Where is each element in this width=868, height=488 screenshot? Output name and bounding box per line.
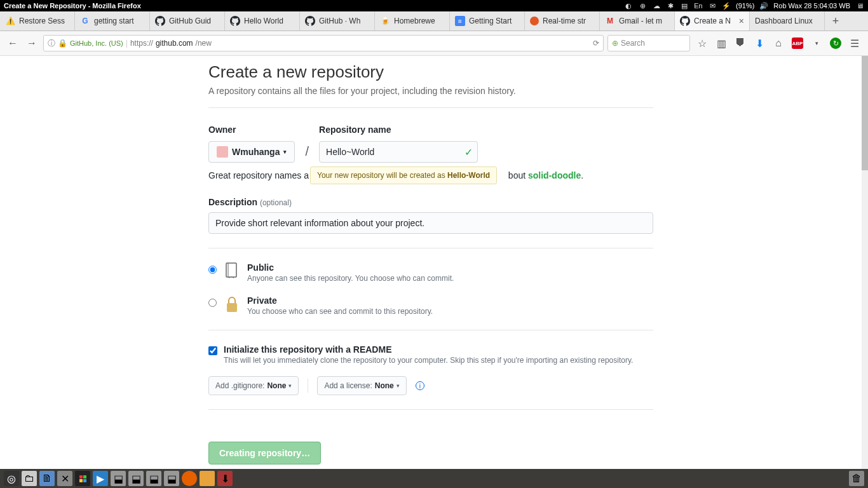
tab-hello-world[interactable]: Hello World [225,11,300,30]
drive-icon[interactable]: ⬓ [128,471,144,486]
drive-icon[interactable]: ⬓ [146,471,161,486]
create-repo-button[interactable]: Creating repository… [208,442,321,464]
info-icon: ⓘ [48,38,55,49]
app-icon[interactable]: ⬇ [217,471,233,486]
tab-label: Create a N [694,17,731,25]
tab-label: GitHub Guid [169,17,211,25]
description-input[interactable] [208,212,653,234]
homebrew-icon: 🍺 [380,16,390,26]
gitignore-value: None [267,381,286,390]
tab-github-guides[interactable]: GitHub Guid [150,11,225,30]
tab-create-repo[interactable]: Create a N× [675,11,750,30]
readme-title: Initialize this repository with a README [224,344,633,355]
repo-name-input[interactable] [319,141,478,163]
tab-label: Homebrewe [394,17,435,25]
tooltip-text: Your new repository will be created as [317,171,447,180]
menu-icon[interactable]: ☰ [849,37,860,49]
tab-homebrew[interactable]: 🍺Homebrewe [375,11,450,30]
drive-icon[interactable]: ⬓ [164,471,179,486]
battery-pct: (91%) [736,2,754,10]
repo-name-label: Repository name [319,125,478,135]
chevron-down-icon: ▾ [397,383,400,389]
tab-label: getting start [94,17,134,25]
library-icon[interactable]: ▥ [715,37,727,49]
window-title: Create a New Repository - Mozilla Firefo… [4,2,141,10]
clock: Rob Wax 28 5:04:03 WB [773,2,850,10]
bookmark-star-icon[interactable] [696,37,708,49]
files-icon[interactable]: 🗀 [22,471,37,486]
downloads-icon[interactable]: ⬇ [754,37,765,49]
github-icon [155,16,165,26]
tray-monitor-icon: 🖥 [855,1,864,10]
new-tab-button[interactable]: + [825,11,846,30]
tray-battery-icon: ⚡ [722,1,731,10]
page-subtitle: A repository contains all the files for … [208,86,653,96]
tooltip-repo-name: Hello-World [447,171,490,180]
document-icon[interactable]: 🗎 [39,471,55,486]
tab-github-wh[interactable]: GitHub · Wh [300,11,375,30]
private-title: Private [247,295,433,306]
search-box[interactable]: ⊕ Search [607,35,690,51]
owner-select[interactable]: Wmuhanga ▾ [208,141,295,163]
tab-google[interactable]: Ggetting start [75,11,150,30]
repo-public-icon [223,262,241,280]
url-bar[interactable]: ⓘ 🔒 GitHub, Inc. (US) | https://github.c… [43,35,604,51]
readme-checkbox[interactable] [208,346,217,355]
tray-icon: ⊕ [638,1,647,10]
scrollbar[interactable] [862,56,868,469]
hint-suffix: . [581,170,583,180]
description-label: Description [208,197,257,207]
abp-icon[interactable]: ABP [792,37,803,49]
divider [208,107,653,108]
drive-icon[interactable]: ⬓ [111,471,126,486]
info-icon[interactable]: i [416,381,424,390]
forward-button[interactable]: → [24,36,39,51]
url-path: /new [196,39,212,48]
close-icon[interactable]: × [739,16,744,26]
reload-icon[interactable]: ⟳ [593,39,599,48]
app-icon[interactable] [200,471,215,486]
tray-icon: ✱ [666,1,675,10]
gmail-icon: M [605,16,615,26]
tab-label: Restore Sess [19,17,65,25]
license-select[interactable]: Add a license: None▾ [317,376,406,395]
pocket-icon[interactable]: ⛊ [735,37,746,49]
tab-getting-start[interactable]: ≡Getting Start [450,11,525,30]
os-top-bar: Create a New Repository - Mozilla Firefo… [0,0,868,11]
trash-icon[interactable]: 🗑 [849,471,864,486]
scrollbar-thumb[interactable] [862,56,868,170]
license-label: Add a license: [324,381,372,390]
firefox-icon[interactable] [182,471,197,486]
tab-restore[interactable]: ⚠️Restore Sess [0,11,75,30]
search-placeholder: Search [621,39,645,48]
app-icon[interactable]: ▶ [93,471,108,486]
tab-label: Dashboard Linux [755,17,813,25]
suggestion-link[interactable]: solid-doodle [528,170,581,180]
tab-label: Getting Start [469,17,512,25]
toolbar-icons: ▥ ⛊ ⬇ ⌂ ABP ▾ ↻ ☰ [694,37,863,49]
private-desc: You choose who can see and commit to thi… [247,307,433,316]
public-radio[interactable] [208,266,217,274]
launcher-icon[interactable]: ◎ [4,471,19,486]
readme-desc: This will let you immediately clone the … [224,356,633,365]
tab-dashboard[interactable]: Dashboard Linux [750,11,825,30]
refresh-icon[interactable]: ↻ [830,37,841,49]
url-prefix: https:// [130,39,153,48]
divider [208,330,653,330]
gitignore-select[interactable]: Add .gitignore: None▾ [208,376,299,395]
owner-name: Wmuhanga [232,147,280,157]
tab-realtime[interactable]: Real-time str [525,11,600,30]
public-desc: Anyone can see this repository. You choo… [247,274,454,283]
svg-rect-0 [226,263,236,277]
url-host: github.com [156,39,193,48]
back-button[interactable]: ← [5,36,20,51]
private-radio[interactable] [208,299,217,307]
warning-icon: ⚠️ [5,16,15,26]
tools-icon[interactable]: ✕ [57,471,72,486]
home-icon[interactable]: ⌂ [773,37,784,49]
chevron-down-icon[interactable]: ▾ [811,37,822,49]
tab-gmail[interactable]: MGmail - let m [600,11,675,30]
app-icon[interactable] [75,471,90,486]
site-identity: GitHub, Inc. (US) [70,39,123,47]
tab-label: Hello World [244,17,283,25]
